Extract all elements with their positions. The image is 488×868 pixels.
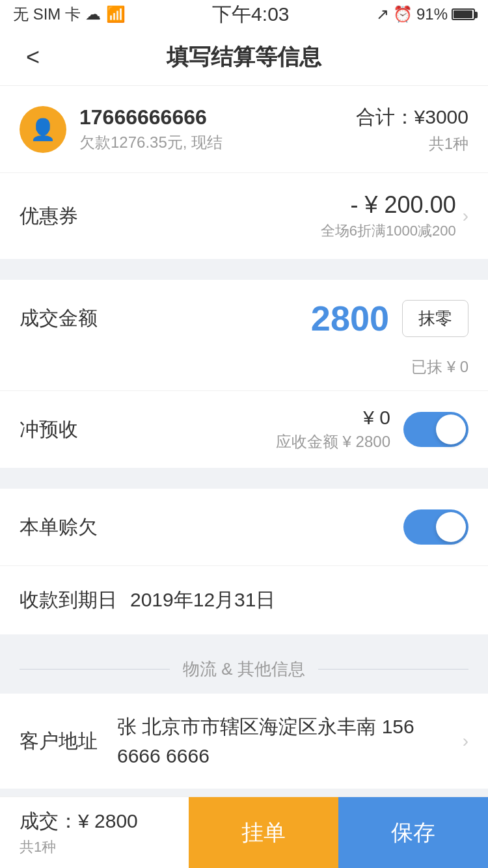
deal-row: 成交金额 2800 抹零 (0, 280, 488, 357)
prepay-toggle[interactable] (403, 412, 468, 447)
location-icon: ↗ (376, 5, 389, 23)
deal-sub: 已抹 ¥ 0 (0, 357, 488, 390)
deal-section: 成交金额 2800 抹零 已抹 ¥ 0 冲预收 ¥ 0 应收金额 ¥ 2800 (0, 280, 488, 468)
coupon-label: 优惠券 (20, 203, 78, 230)
divider-1 (0, 269, 488, 280)
logistics-label: 物流 & 其他信息 (183, 658, 305, 681)
credit-row: 本单赊欠 (0, 489, 488, 565)
battery-icon (452, 8, 475, 20)
bottom-deal-amount: 成交：¥ 2800 (20, 808, 169, 835)
divider-2 (0, 478, 488, 489)
status-right: ↗ ⏰ 91% (376, 5, 475, 23)
coupon-row[interactable]: 优惠券 - ¥ 200.00 全场6折满1000减200 › (0, 172, 488, 259)
prepay-sub: 应收金额 ¥ 2800 (276, 431, 390, 452)
coupon-value-col: - ¥ 200.00 全场6折满1000减200 (321, 191, 456, 241)
chevron-right-icon: › (463, 206, 468, 226)
total-count: 共1种 (356, 133, 468, 154)
logistics-divider: 物流 & 其他信息 (0, 645, 488, 694)
credit-section: 本单赊欠 收款到期日 2019年12月31日 (0, 489, 488, 634)
due-date-value: 2019年12月31日 (130, 587, 275, 614)
user-right: 合计：¥3000 共1种 (356, 104, 468, 154)
address-row[interactable]: 客户地址 张 北京市市辖区海淀区永丰南 156 6666 6666 › (0, 694, 488, 789)
bottom-deal-label: 成交： (20, 810, 78, 832)
status-time: 下午4:03 (212, 1, 289, 28)
prepay-label: 冲预收 (20, 416, 78, 443)
deal-label: 成交金额 (20, 305, 98, 332)
due-date-row: 收款到期日 2019年12月31日 (0, 565, 488, 634)
hang-button[interactable]: 挂单 (189, 797, 338, 869)
total-amount: 合计：¥3000 (356, 104, 468, 131)
save-button[interactable]: 保存 (338, 797, 488, 869)
avatar: 👤 (20, 106, 66, 153)
address-section: 客户地址 张 北京市市辖区海淀区永丰南 156 6666 6666 › (0, 694, 488, 789)
credit-label: 本单赊欠 (20, 514, 98, 541)
credit-toggle[interactable] (403, 509, 468, 545)
user-row: 👤 17666666666 欠款1276.35元, 现结 合计：¥3000 共1… (0, 86, 488, 172)
address-label: 客户地址 (20, 728, 98, 755)
alarm-icon: ⏰ (393, 5, 413, 23)
prepay-right: ¥ 0 应收金额 ¥ 2800 (276, 407, 468, 452)
bottom-count: 共1种 (20, 837, 169, 857)
nav-bar: < 填写结算等信息 (0, 29, 488, 86)
coupon-value: - ¥ 200.00 (321, 191, 456, 219)
bottom-deal-value: ¥ 2800 (78, 810, 138, 832)
user-left: 👤 17666666666 欠款1276.35元, 现结 (20, 105, 223, 153)
wifi-icon: 📶 (106, 5, 126, 23)
sim-label: 无 SIM 卡 ☁ (13, 4, 101, 25)
address-chevron-icon: › (463, 731, 468, 752)
status-bar: 无 SIM 卡 ☁ 📶 下午4:03 ↗ ⏰ 91% (0, 0, 488, 29)
avatar-icon: 👤 (30, 117, 56, 142)
back-button[interactable]: < (20, 37, 46, 77)
bottom-bar: 成交：¥ 2800 共1种 挂单 保存 (0, 796, 488, 868)
prepay-values: ¥ 0 应收金额 ¥ 2800 (276, 407, 390, 452)
deal-amount: 2800 (311, 298, 389, 338)
bottom-summary: 成交：¥ 2800 共1种 (0, 808, 189, 857)
deal-right: 2800 抹零 (311, 298, 468, 338)
prepay-row: 冲预收 ¥ 0 应收金额 ¥ 2800 (0, 390, 488, 468)
battery-percent: 91% (416, 5, 448, 23)
coupon-right: - ¥ 200.00 全场6折满1000减200 › (321, 191, 468, 241)
user-info: 17666666666 欠款1276.35元, 现结 (79, 105, 223, 153)
due-date-label: 收款到期日 (20, 587, 117, 614)
address-value: 张 北京市市辖区海淀区永丰南 156 6666 6666 (117, 712, 463, 770)
user-phone: 17666666666 (79, 105, 223, 129)
status-left: 无 SIM 卡 ☁ 📶 (13, 4, 126, 25)
coupon-sub: 全场6折满1000减200 (321, 221, 456, 241)
rub-zero-button[interactable]: 抹零 (402, 300, 468, 337)
prepay-amount: ¥ 0 (276, 407, 390, 429)
user-info-section: 👤 17666666666 欠款1276.35元, 现结 合计：¥3000 共1… (0, 86, 488, 259)
page-title: 填写结算等信息 (167, 42, 321, 72)
user-sub: 欠款1276.35元, 现结 (79, 132, 223, 153)
